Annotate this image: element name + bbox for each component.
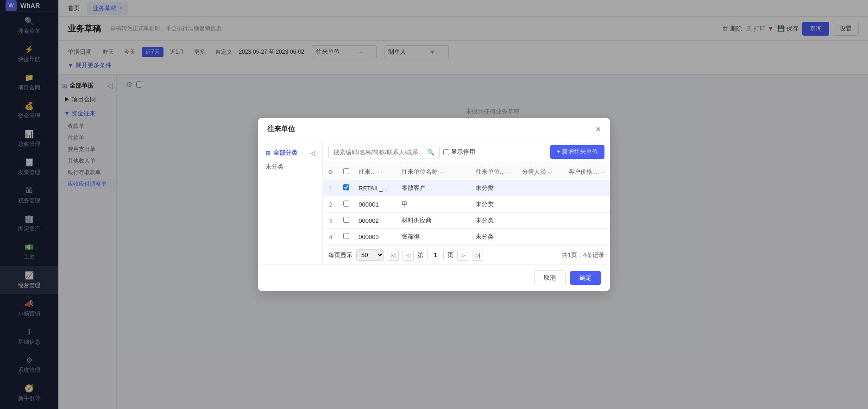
row-4-checkbox[interactable] xyxy=(343,233,349,239)
row-1-price xyxy=(564,180,610,196)
cancel-button[interactable]: 取消 xyxy=(534,271,566,285)
page-prev-button[interactable]: ◁ xyxy=(403,250,414,261)
table-row[interactable]: 2 000001 甲 未分类 xyxy=(323,196,610,213)
table-header-row: ⚙ 往来... ··· 往来单位名称 ··· 往来单位... ··· xyxy=(323,164,610,180)
row-checkbox-cell xyxy=(339,180,354,196)
row-4-code: 000003 xyxy=(354,229,397,245)
row-3-cat: 未分类 xyxy=(471,213,517,229)
row-checkbox-cell xyxy=(339,196,354,213)
row-2-manager xyxy=(517,196,564,213)
modal-category-unclassified[interactable]: 未分类 xyxy=(258,160,322,174)
search-icon: 🔍 xyxy=(427,149,434,156)
modal-content-panel: 🔍 显示停用 + 新增往来单位 ⚙ xyxy=(323,140,610,264)
per-page-label: 每页显示 xyxy=(328,251,352,259)
page-suffix: 页 xyxy=(447,251,453,259)
per-page-select[interactable]: 50 100 xyxy=(356,249,384,261)
partner-search-box: 🔍 xyxy=(328,146,440,158)
col-code-header[interactable]: 往来... ··· xyxy=(354,164,397,180)
row-1-manager xyxy=(517,180,564,196)
modal-header: 往来单位 × xyxy=(258,118,610,140)
show-inactive-label: 显示停用 xyxy=(451,148,475,156)
modal-body: ⊞ 全部分类 ◁ 未分类 🔍 显示停用 xyxy=(258,140,610,264)
row-4-name: 张筛得 xyxy=(397,229,471,245)
col-price-header[interactable]: 客户价格... ··· xyxy=(564,164,610,180)
row-4-manager xyxy=(517,229,564,245)
table-row[interactable]: 3 000002 材料供应商 未分类 xyxy=(323,213,610,229)
row-3-code: 000002 xyxy=(354,213,397,229)
row-3-checkbox[interactable] xyxy=(343,217,349,223)
modal-toolbar: 🔍 显示停用 + 新增往来单位 xyxy=(323,140,610,164)
page-total: 共1页，4条记录 xyxy=(562,251,604,259)
row-4-price xyxy=(564,229,610,245)
table-select-all[interactable] xyxy=(343,168,349,174)
row-2-cat: 未分类 xyxy=(471,196,517,213)
page-last-button[interactable]: ▷| xyxy=(472,250,483,261)
row-1-code: RETAIL_... xyxy=(354,180,397,196)
add-partner-button[interactable]: + 新增往来单位 xyxy=(550,145,604,159)
modal-close-button[interactable]: × xyxy=(596,125,601,133)
col-name-header[interactable]: 往来单位名称 ··· xyxy=(397,164,471,180)
row-3-price xyxy=(564,213,610,229)
table-row[interactable]: 4 000003 张筛得 未分类 xyxy=(323,229,610,245)
all-categories-label: 全部分类 xyxy=(273,149,297,157)
row-index: 1 xyxy=(323,180,339,196)
row-2-name: 甲 xyxy=(397,196,471,213)
row-index: 4 xyxy=(323,229,339,245)
partner-search-input[interactable] xyxy=(333,149,424,156)
row-1-checkbox[interactable] xyxy=(343,184,349,190)
col-settings: ⚙ xyxy=(323,164,339,180)
row-4-cat: 未分类 xyxy=(471,229,517,245)
row-1-cat: 未分类 xyxy=(471,180,517,196)
row-2-code: 000001 xyxy=(354,196,397,213)
page-first-button[interactable]: |◁ xyxy=(388,250,399,261)
row-index: 3 xyxy=(323,213,339,229)
show-inactive-checkbox[interactable] xyxy=(443,149,449,155)
modal-category-sidebar: ⊞ 全部分类 ◁ 未分类 xyxy=(258,140,323,264)
row-2-checkbox[interactable] xyxy=(343,201,349,207)
sidebar-collapse-icon[interactable]: ◁ xyxy=(310,150,315,157)
modal-pagination: 每页显示 50 100 |◁ ◁ 第 页 ▷ ▷| 共1页，4条记录 xyxy=(323,245,610,264)
partner-modal: 往来单位 × ⊞ 全部分类 ◁ 未分类 xyxy=(258,118,610,291)
row-checkbox-cell xyxy=(339,229,354,245)
row-1-name: 零散客户 xyxy=(397,180,471,196)
col-cat-header[interactable]: 往来单位... ··· xyxy=(471,164,517,180)
row-3-name: 材料供应商 xyxy=(397,213,471,229)
modal-sidebar-header[interactable]: ⊞ 全部分类 ◁ xyxy=(258,146,322,160)
modal-table: ⚙ 往来... ··· 往来单位名称 ··· 往来单位... ··· xyxy=(323,164,610,245)
modal-footer: 取消 确定 xyxy=(258,264,610,291)
row-2-price xyxy=(564,196,610,213)
modal-backdrop[interactable]: 往来单位 × ⊞ 全部分类 ◁ 未分类 xyxy=(0,0,868,409)
confirm-button[interactable]: 确定 xyxy=(570,271,601,285)
grid-icon-modal: ⊞ xyxy=(265,150,270,157)
col-checkbox xyxy=(339,164,354,180)
show-inactive-wrap: 显示停用 xyxy=(443,148,475,156)
col-person-header[interactable]: 分管人员 ··· xyxy=(517,164,564,180)
table-row[interactable]: 1 RETAIL_... 零散客户 未分类 xyxy=(323,180,610,196)
page-label: 第 xyxy=(417,251,423,259)
row-index: 2 xyxy=(323,196,339,213)
row-3-manager xyxy=(517,213,564,229)
row-checkbox-cell xyxy=(339,213,354,229)
page-input[interactable] xyxy=(427,250,444,260)
page-next-button[interactable]: ▷ xyxy=(457,250,468,261)
modal-title: 往来单位 xyxy=(267,125,295,133)
